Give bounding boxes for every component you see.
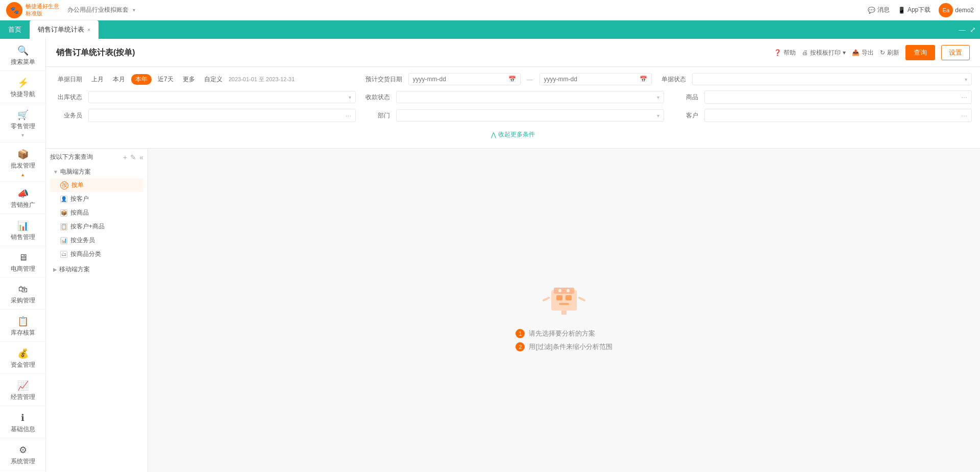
scheme-collapse-button[interactable]: « [139, 153, 143, 161]
goods-select[interactable]: ··· [704, 90, 972, 104]
scheme-item-by-salesperson[interactable]: 📊 按业务员 [50, 233, 143, 247]
sidebar-item-ecommerce[interactable]: 🖥 电商管理 [0, 246, 45, 278]
department-select[interactable]: ▾ [396, 109, 664, 122]
department-select-arrow-icon: ▾ [657, 113, 659, 119]
date-btn-last-month[interactable]: 上月 [88, 74, 107, 85]
svg-point-6 [567, 289, 570, 292]
payment-select[interactable]: ▾ [396, 91, 664, 103]
by-goods-category-icon: 🗂 [60, 251, 67, 258]
page-header: 销售订单统计表(按单) ❓ 帮助 🖨 按模板打印 ▾ 📤 导出 ↻ 刷新 [46, 39, 980, 67]
collapse-icon: ⋀ [491, 131, 496, 138]
finance-icon: 💰 [17, 348, 29, 359]
app-download-button[interactable]: 📱 App下载 [898, 6, 930, 14]
salesperson-select[interactable]: ··· [88, 109, 356, 122]
sidebar-item-purchase[interactable]: 🛍 采购管理 [0, 278, 45, 310]
filter-row-salesperson: 业务员 ··· 部门 ▾ 客户 ··· [54, 109, 972, 122]
avatar: Ea [939, 3, 953, 17]
print-button[interactable]: 🖨 按模板打印 ▾ [802, 49, 846, 57]
goods-label: 商品 [670, 93, 698, 102]
scheme-item-by-customer-goods[interactable]: 📋 按客户+商品 [50, 220, 143, 233]
delivery-select-input[interactable] [93, 93, 347, 101]
delivery-label: 出库状态 [54, 93, 82, 102]
sidebar-item-basic-info[interactable]: ℹ 基础信息 [0, 406, 45, 438]
date-range-text: 2023-01-01 至 2023-12-31 [229, 76, 295, 83]
salesperson-more-icon[interactable]: ··· [346, 111, 352, 120]
query-button[interactable]: 查询 [905, 45, 935, 60]
salesperson-label: 业务员 [54, 111, 82, 120]
refresh-button[interactable]: ↻ 刷新 [880, 49, 899, 57]
filter-panel: 单据日期 上月 本月 本年 近7天 更多 自定义 2023-01-01 至 20… [46, 67, 980, 149]
expected-date-start-field[interactable] [413, 76, 505, 83]
sidebar-item-quick-nav[interactable]: ⚡ 快捷导航 [0, 71, 45, 103]
empty-tips: 1 请先选择要分析的方案 2 用[过滤]条件来缩小分析范围 [516, 329, 612, 351]
customer-more-icon[interactable]: ··· [961, 111, 967, 120]
date-btn-this-year[interactable]: 本年 [131, 74, 152, 85]
ecommerce-icon: 🖥 [18, 252, 28, 263]
status-select[interactable]: ▾ [692, 73, 972, 85]
help-icon: ❓ [774, 49, 781, 56]
scheme-add-button[interactable]: + [123, 153, 127, 161]
sidebar-item-search-menu[interactable]: 🔍 搜索菜单 [0, 39, 45, 71]
scheme-item-by-customer[interactable]: 👤 按客户 [50, 192, 143, 206]
salesperson-select-input[interactable] [93, 112, 344, 119]
expected-date-end-input[interactable]: 📅 [540, 73, 652, 85]
scheme-panel-actions: + ✎ « [123, 153, 143, 161]
tab-close-icon[interactable]: × [87, 27, 90, 33]
scheme-item-by-goods[interactable]: 📦 按商品 [50, 206, 143, 220]
status-select-input[interactable] [697, 76, 963, 83]
scheme-section-pc-title[interactable]: ▼ 电脑端方案 [50, 166, 143, 178]
department-select-input[interactable] [401, 112, 654, 119]
message-button[interactable]: 💬 消息 [868, 6, 890, 14]
department-label: 部门 [362, 111, 390, 120]
customer-select[interactable]: ··· [704, 109, 972, 122]
sidebar-item-finance[interactable]: 💰 资金管理 [0, 342, 45, 374]
user-menu[interactable]: Ea demo2 [939, 3, 974, 17]
expected-date-start-input[interactable]: 📅 [408, 73, 521, 85]
svg-rect-1 [556, 295, 562, 300]
tab-home[interactable]: 首页 [0, 20, 30, 39]
tip-num-2: 2 [516, 342, 525, 351]
expected-date-end-field[interactable] [544, 76, 636, 83]
sales-icon: 📊 [17, 220, 29, 231]
customer-label: 客户 [670, 111, 698, 120]
date-btn-7days[interactable]: 近7天 [155, 74, 177, 85]
payment-label: 收款状态 [362, 93, 390, 102]
tab-maximize-button[interactable]: ⤢ [970, 26, 976, 34]
payment-select-input[interactable] [401, 93, 654, 101]
quick-nav-icon: ⚡ [17, 77, 29, 88]
svg-rect-2 [566, 295, 572, 300]
goods-select-input[interactable] [709, 93, 960, 101]
sidebar-item-operations[interactable]: 📈 经营管理 [0, 374, 45, 406]
date-btn-custom[interactable]: 自定义 [201, 74, 226, 85]
page-title: 销售订单统计表(按单) [56, 48, 135, 64]
scheme-section-mobile-title[interactable]: ▶ 移动端方案 [50, 263, 143, 276]
help-button[interactable]: ❓ 帮助 [774, 49, 796, 57]
export-button[interactable]: 📤 导出 [852, 49, 874, 57]
sidebar-item-sales[interactable]: 📊 销售管理 [0, 214, 45, 246]
sidebar-item-system[interactable]: ⚙ 系统管理 [0, 438, 45, 470]
settings-button[interactable]: 设置 [941, 45, 970, 60]
svg-rect-3 [559, 303, 569, 305]
search-menu-icon: 🔍 [17, 45, 29, 56]
sidebar-item-marketing[interactable]: 📣 营销推广 [0, 182, 45, 214]
by-salesperson-icon: 📊 [60, 237, 67, 244]
top-bar-left: 🐾 畅捷通好生意 标准版 办公用品行业模拟账套 ▾ [6, 2, 135, 18]
tab-sales-order-stats[interactable]: 销售订单统计表 × [30, 20, 99, 39]
scheme-item-by-goods-category[interactable]: 🗂 按商品分类 [50, 247, 143, 261]
goods-more-icon[interactable]: ··· [961, 93, 967, 101]
empty-illustration [538, 270, 590, 321]
sidebar-item-retail[interactable]: 🛒 零售管理 ▾ [0, 103, 45, 143]
delivery-select[interactable]: ▾ [88, 91, 356, 103]
app-dropdown-arrow[interactable]: ▾ [133, 7, 135, 13]
scheme-edit-button[interactable]: ✎ [130, 153, 136, 161]
top-bar-right: 💬 消息 📱 App下载 Ea demo2 [868, 3, 974, 17]
sidebar-item-inventory[interactable]: 📋 库存核算 [0, 310, 45, 342]
scheme-item-by-order[interactable]: 按 按单 [50, 178, 143, 192]
calendar-end-icon: 📅 [640, 76, 647, 83]
date-btn-more[interactable]: 更多 [180, 74, 198, 85]
tab-minimize-button[interactable]: — [959, 26, 966, 34]
date-btn-this-month[interactable]: 本月 [110, 74, 128, 85]
sidebar-item-wholesale[interactable]: 📦 批发管理 ▴ [0, 143, 45, 182]
collapse-filter-button[interactable]: ⋀ 收起更多条件 [54, 127, 972, 142]
customer-select-input[interactable] [709, 112, 960, 119]
